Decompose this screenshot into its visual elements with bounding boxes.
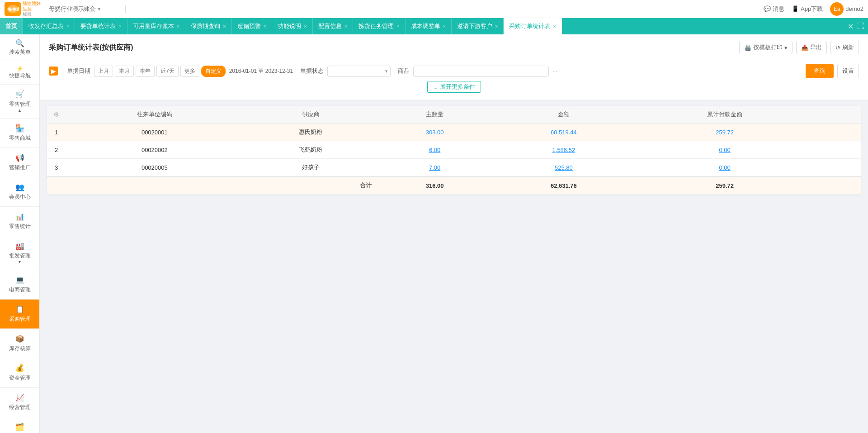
tab-config-info[interactable]: 配置信息 × — [313, 18, 353, 34]
sidebar-item-ecommerce[interactable]: 💻 电商管理 — [0, 270, 39, 300]
sidebar: 🔍 搜索英单 ⚡ 快捷导航 🛒 零售管理 ▲ 🏪 零售商城 📢 营销推广 👥 会… — [0, 34, 40, 433]
sidebar-item-retail-shop[interactable]: 🏪 零售商城 — [0, 119, 39, 148]
top-right: 💬 消息 📱 App下载 Ea demo2 — [764, 2, 863, 16]
tab-close-icon[interactable]: × — [118, 24, 121, 29]
content-area: 采购订单统计表(按供应商) 🖨️ 按模板打印 ▾ 📤 导出 ↺ 刷新 — [40, 34, 868, 433]
message-btn[interactable]: 💬 消息 — [764, 5, 784, 13]
tab-close-icon[interactable]: × — [177, 24, 179, 29]
tab-pick-task[interactable]: 拣货任务管理 × — [353, 18, 405, 34]
date-this-month-btn[interactable]: 本月 — [115, 66, 134, 77]
print-button[interactable]: 🖨️ 按模板打印 ▾ — [739, 41, 793, 54]
goods-more-icon[interactable]: ··· — [552, 68, 557, 75]
tab-label: 采购订单统计表 — [509, 22, 550, 30]
refresh-button[interactable]: ↺ 刷新 — [830, 41, 859, 54]
tab-close-icon[interactable]: × — [553, 24, 556, 29]
expand-down-icon: ⌄ — [433, 84, 438, 90]
cell-paid: 0.00 — [636, 141, 814, 159]
search-button[interactable]: 查询 — [806, 64, 834, 78]
export-button[interactable]: 📤 导出 — [796, 41, 827, 54]
tab-freshness[interactable]: 保质期查询 × — [185, 18, 231, 34]
data-table: ⚙ 往来单位编码 供应商 主数量 金额 累计付款金额 1 00020001 惠氏… — [47, 106, 861, 195]
sidebar-item-retail-mgmt[interactable]: 🛒 零售管理 ▲ — [0, 85, 39, 119]
search-icon: 🔍 — [15, 39, 24, 48]
tab-label: 可用量库存账本 — [133, 22, 174, 30]
tab-close-icon[interactable]: × — [66, 24, 69, 29]
user-btn[interactable]: Ea demo2 — [830, 2, 863, 16]
date-more-btn[interactable]: 更多 — [180, 66, 199, 77]
date-7days-btn[interactable]: 近7天 — [156, 66, 179, 77]
sidebar-item-member[interactable]: 👥 会员中心 — [0, 177, 39, 207]
tab-order-summary[interactable]: 要货单统计表 × — [75, 18, 127, 34]
tab-usable-stock[interactable]: 可用量库存账本 × — [127, 18, 185, 34]
tab-close-icon[interactable]: × — [443, 24, 446, 29]
sidebar-item-label: 采购管理 — [9, 315, 31, 323]
close-tab-btn[interactable]: ✕ — [848, 22, 854, 31]
tab-cost-adjust[interactable]: 成本调整单 × — [406, 18, 452, 34]
message-icon: 💬 — [764, 5, 771, 12]
tab-label: 收发存汇总表 — [28, 22, 64, 30]
tab-close-icon[interactable]: × — [304, 24, 307, 29]
export-icon: 📤 — [801, 44, 808, 51]
sidebar-item-wholesale[interactable]: 🏭 批发管理 ▼ — [0, 236, 39, 270]
print-icon: 🖨️ — [744, 44, 751, 51]
cell-empty — [814, 141, 861, 159]
cell-supplier: 好孩子 — [244, 159, 378, 177]
cell-empty — [814, 159, 861, 177]
sidebar-item-label: 零售管理 — [9, 100, 31, 108]
filter-goods-group: 商品 ··· — [398, 66, 557, 77]
expand-more-btn[interactable]: ⌄ 展开更多条件 — [427, 81, 481, 93]
top-bar: 畅捷通 畅捷通好生意 标版 母婴行业演示账套 ▾ 💬 消息 📱 App下载 Ea… — [0, 0, 868, 18]
sidebar-item-operations[interactable]: 📈 经营管理 — [0, 388, 39, 417]
tab-invite[interactable]: 邀请下游客户 × — [452, 18, 504, 34]
stock-account-icon: 📦 — [15, 334, 24, 343]
marketing-icon: 📢 — [15, 153, 24, 162]
member-icon: 👥 — [15, 183, 24, 191]
tab-label: 配置信息 — [318, 22, 342, 30]
tab-function-desc[interactable]: 功能说明 × — [272, 18, 312, 34]
sidebar-item-basic-info[interactable]: 🗂️ 基础信息 — [0, 417, 39, 433]
refresh-icon: ↺ — [835, 44, 840, 51]
status-select[interactable] — [327, 66, 391, 77]
workspace-selector[interactable]: 母婴行业演示账套 ▾ — [44, 5, 126, 13]
goods-input[interactable] — [413, 66, 549, 77]
sidebar-item-quicknav[interactable]: ⚡ 快捷导航 — [0, 61, 39, 85]
cell-qty: 303.00 — [378, 124, 492, 141]
tab-close-icon[interactable]: × — [495, 24, 498, 29]
tab-receive-summary[interactable]: 收发存汇总表 × — [23, 18, 75, 34]
sidebar-item-marketing[interactable]: 📢 营销推广 — [0, 148, 39, 177]
settings-button[interactable]: 设置 — [837, 64, 859, 78]
app-download-btn[interactable]: 📱 App下载 — [792, 5, 823, 13]
gear-icon[interactable]: ⚙ — [53, 111, 59, 118]
tab-label: 功能说明 — [278, 22, 301, 30]
th-code: 往来单位编码 — [66, 106, 244, 124]
cell-code: 00020001 — [66, 124, 244, 141]
tab-home[interactable]: 首页 — [0, 18, 23, 34]
sidebar-item-purchase[interactable]: 📋 采购管理 — [0, 300, 39, 329]
date-this-year-btn[interactable]: 本年 — [136, 66, 155, 77]
tab-purchase-summary[interactable]: 采购订单统计表 × — [504, 18, 561, 34]
sidebar-item-label: 会员中心 — [9, 193, 31, 201]
sidebar-item-search[interactable]: 🔍 搜索英单 — [0, 34, 39, 61]
collapse-toggle[interactable]: ▶ — [49, 67, 58, 76]
svg-text:畅捷通: 畅捷通 — [8, 7, 19, 12]
date-last-month-btn[interactable]: 上月 — [94, 66, 113, 77]
tab-overstock[interactable]: 超储预警 × — [232, 18, 272, 34]
date-custom-btn[interactable]: 自定义 — [201, 66, 226, 77]
cell-index: 1 — [47, 124, 66, 141]
table-footer-row: 合计 316.00 62,631.76 259.72 — [47, 176, 861, 195]
tab-close-icon[interactable]: × — [223, 24, 226, 29]
sidebar-item-stock-account[interactable]: 📦 库存核算 — [0, 329, 39, 358]
cell-amount: 1,586.52 — [491, 141, 636, 159]
tab-close-icon[interactable]: × — [264, 24, 266, 29]
tab-close-icon[interactable]: × — [344, 24, 347, 29]
status-select-wrapper — [327, 66, 391, 77]
sidebar-item-finance[interactable]: 💰 资金管理 — [0, 358, 39, 388]
logo: 畅捷通 畅捷通好生意 标版 — [5, 1, 44, 17]
tab-close-icon[interactable]: × — [396, 24, 399, 29]
sidebar-item-retail-stats[interactable]: 📊 零售统计 — [0, 207, 39, 236]
page-title-row: 采购订单统计表(按供应商) 🖨️ 按模板打印 ▾ 📤 导出 ↺ 刷新 — [49, 41, 859, 54]
maximize-tab-btn[interactable]: ⛶ — [857, 22, 864, 30]
expand-icon: ▲ — [18, 108, 22, 113]
ecommerce-icon: 💻 — [15, 276, 24, 284]
quicknav-icon: ⚡ — [16, 66, 23, 72]
